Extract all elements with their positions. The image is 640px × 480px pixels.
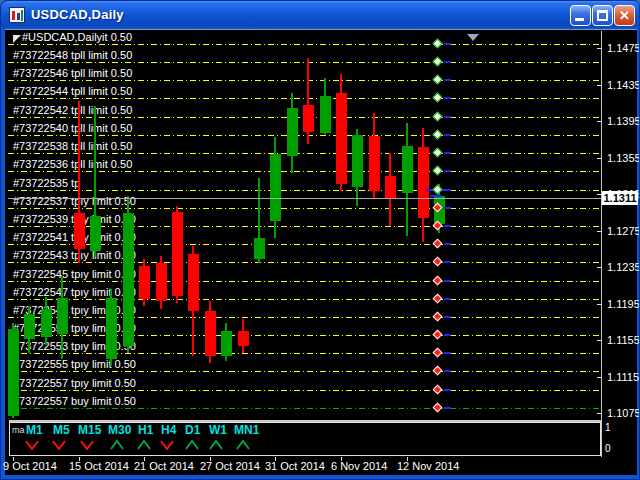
restore-button[interactable] [592,5,613,26]
order-marker-dash [444,243,451,245]
order-line-label: #USDCAD,Dailyit 0.50 [13,31,132,44]
candlestick [57,298,68,334]
signal-arrow-down-icon [25,436,39,446]
price-axis-label: 1.1235 [607,261,639,273]
title-bar[interactable]: USDCAD,Daily ✕ [1,1,640,29]
minimize-button[interactable] [570,5,591,26]
order-marker[interactable] [433,93,443,103]
window-title: USDCAD,Daily [31,7,124,22]
candlestick [369,136,380,191]
chart-nav-arrow-icon [13,35,21,43]
order-line[interactable] [8,135,601,136]
timeframe-button[interactable]: M1 [26,423,43,437]
order-marker[interactable] [433,385,443,395]
order-line[interactable] [8,80,601,81]
order-marker[interactable] [433,403,443,413]
order-marker[interactable] [433,276,443,286]
order-marker[interactable] [433,239,443,249]
order-line-label: #73722557 tpıy limit 0.50 [13,377,136,390]
timeframe-button[interactable]: H1 [138,423,153,437]
price-axis-tick [597,231,602,232]
chart-client-area: #USDCAD,Dailyit 0.50#73722548 tpll limit… [5,29,637,475]
order-line[interactable] [8,98,601,99]
subwindow-scale-min: 0 [605,443,611,454]
candlestick [24,314,35,339]
candlestick [106,298,117,359]
date-axis-label: 9 Oct 2014 [3,460,57,472]
timeframe-button[interactable]: M30 [108,423,131,437]
current-price-tag: 1.1311 [602,191,638,205]
candlestick [74,213,85,249]
timeframe-button[interactable]: M5 [53,423,70,437]
price-axis-tick [597,267,602,268]
order-marker[interactable] [433,312,443,322]
order-marker[interactable] [433,166,443,176]
order-marker[interactable] [433,57,443,67]
signal-arrow-down-icon [52,436,66,446]
order-line[interactable] [8,62,601,63]
order-line[interactable] [8,390,601,391]
timeframe-button[interactable]: MN1 [234,423,259,437]
order-marker-dash [444,116,451,118]
order-marker-dash [444,97,451,99]
price-axis-tick [597,121,602,122]
order-line-label: #73722546 tpll limit 0.50 [13,67,132,80]
order-marker[interactable] [433,330,443,340]
candlestick [352,135,363,187]
price-axis-label: 1.1435 [607,79,639,91]
timeframe-button[interactable]: H4 [161,423,176,437]
order-marker[interactable] [433,75,443,85]
order-line[interactable] [8,171,601,172]
timeframe-button[interactable]: M15 [78,423,101,437]
price-axis-tick [597,377,602,378]
signal-arrow-up-icon [236,436,250,446]
order-line[interactable] [8,299,601,300]
order-marker[interactable] [433,39,443,49]
order-marker-dash [444,407,451,409]
chart-window-icon [9,7,25,23]
candlestick [287,108,298,156]
order-marker-dash [444,43,451,45]
order-line[interactable] [8,353,601,354]
date-axis-label: 15 Oct 2014 [69,460,129,472]
order-marker-dash [444,298,451,300]
order-marker-dash [444,370,451,372]
minimize-icon [575,18,584,21]
price-axis-label: 1.1195 [607,298,639,310]
order-line[interactable] [8,317,601,318]
order-line[interactable] [8,190,601,191]
order-line-label: #73722547 tpıy limit 0.50 [13,286,136,299]
candlestick [172,212,183,296]
candlestick [41,309,52,337]
order-marker[interactable] [433,257,443,267]
order-line[interactable] [8,408,601,409]
order-line[interactable] [8,44,601,45]
order-marker[interactable] [433,148,443,158]
close-button[interactable]: ✕ [614,5,635,26]
date-axis-label: 12 Nov 2014 [397,460,459,472]
candlestick [254,238,265,259]
order-line[interactable] [8,371,601,372]
price-axis-tick [597,85,602,86]
order-marker[interactable] [433,112,443,122]
main-chart-plot[interactable]: #USDCAD,Dailyit 0.50#73722548 tpll limit… [8,31,601,420]
order-line[interactable] [8,335,601,336]
order-marker[interactable] [433,185,443,195]
order-line[interactable] [8,208,601,209]
order-marker[interactable] [433,294,443,304]
timeframe-button[interactable]: D1 [185,423,200,437]
chart-shift-marker-icon[interactable] [467,34,479,41]
price-axis-tick [597,304,602,305]
candlestick [402,146,413,193]
timeframe-button[interactable]: W1 [209,423,227,437]
order-marker[interactable] [433,130,443,140]
order-line-label: #73722537 tpıy limit 0.50 [13,195,136,208]
order-marker-dash [444,316,451,318]
order-marker[interactable] [433,366,443,376]
candlestick [385,176,396,198]
order-line[interactable] [8,153,601,154]
price-axis-tick [597,158,602,159]
order-marker[interactable] [433,348,443,358]
order-line[interactable] [8,262,601,263]
order-line[interactable] [8,281,601,282]
